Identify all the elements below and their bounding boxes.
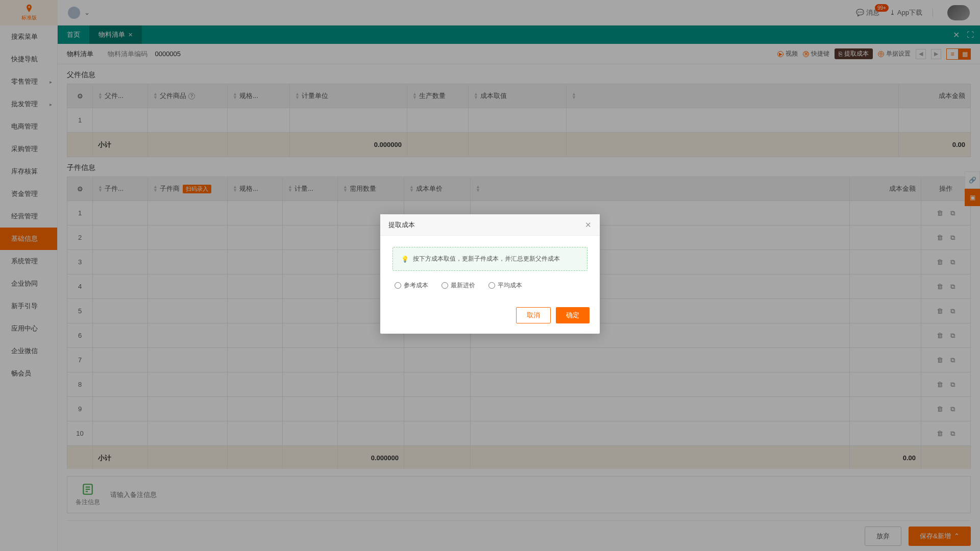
modal-footer: 取消 确定 bbox=[380, 300, 600, 334]
modal-header: 提取成本 ✕ bbox=[380, 214, 600, 236]
radio-reference-cost[interactable]: 参考成本 bbox=[395, 281, 428, 290]
ok-button[interactable]: 确定 bbox=[556, 307, 590, 323]
extract-cost-modal: 提取成本 ✕ 💡 按下方成本取值，更新子件成本，并汇总更新父件成本 参考成本 最… bbox=[380, 214, 600, 334]
cost-source-radios: 参考成本 最新进价 平均成本 bbox=[395, 281, 585, 290]
modal-title: 提取成本 bbox=[388, 220, 415, 230]
modal-mask: 提取成本 ✕ 💡 按下方成本取值，更新子件成本，并汇总更新父件成本 参考成本 最… bbox=[0, 0, 980, 551]
radio-average-cost[interactable]: 平均成本 bbox=[488, 281, 522, 290]
lightbulb-icon: 💡 bbox=[401, 256, 409, 263]
cancel-button[interactable]: 取消 bbox=[516, 307, 551, 323]
modal-hint: 💡 按下方成本取值，更新子件成本，并汇总更新父件成本 bbox=[393, 247, 587, 271]
radio-latest-purchase[interactable]: 最新进价 bbox=[442, 281, 475, 290]
close-icon[interactable]: ✕ bbox=[585, 220, 592, 230]
